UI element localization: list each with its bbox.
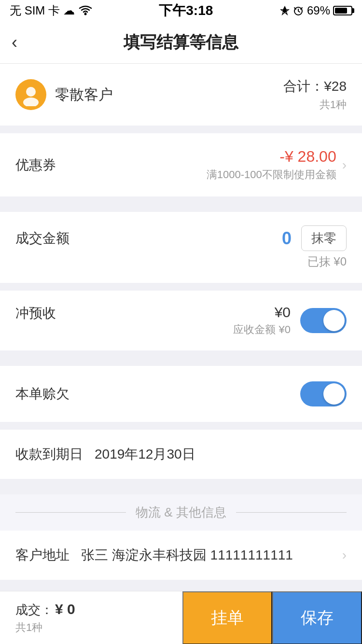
battery-percent: 69% xyxy=(307,4,330,17)
debt-label: 本单赊欠 xyxy=(15,385,70,403)
amount-label: 成交金额 xyxy=(15,229,70,248)
spacer-1 xyxy=(0,204,362,212)
location-icon xyxy=(280,6,290,15)
customer-section: 零散客户 合计：¥28 共1种 xyxy=(0,64,362,126)
bottom-deal-label: 成交： xyxy=(15,602,53,618)
total-count: 共1种 xyxy=(283,98,347,112)
bottom-info: 成交： ¥ 0 共1种 xyxy=(0,601,182,635)
amount-row-bottom: 已抹 ¥0 xyxy=(0,251,362,283)
coupon-desc: 满1000-100不限制使用金额 xyxy=(207,168,336,182)
customer-left: 零散客户 xyxy=(15,79,113,110)
toggle-knob xyxy=(323,310,345,331)
customer-name: 零散客户 xyxy=(55,85,113,105)
total-amount: 合计：¥28 xyxy=(283,77,347,96)
status-right: 69% xyxy=(280,4,352,17)
prepay-section: 冲预收 ¥0 应收金额 ¥0 xyxy=(0,291,362,350)
prepay-label: 冲预收 xyxy=(15,304,56,322)
content: 零散客户 合计：¥28 共1种 优惠券 -¥ 28.00 满1000-100不限… xyxy=(0,64,362,644)
bottom-bar: 成交： ¥ 0 共1种 挂单 保存 xyxy=(0,591,362,644)
save-button[interactable]: 保存 xyxy=(272,591,362,644)
back-button[interactable]: ‹ xyxy=(12,32,17,53)
status-left: 无 SIM 卡 ☁ xyxy=(10,3,92,18)
already-rounded: 已抹 ¥0 xyxy=(307,254,347,269)
address-chevron: › xyxy=(342,547,347,563)
duedate-section: 收款到期日 2019年12月30日 xyxy=(0,430,362,479)
coupon-label: 优惠券 xyxy=(15,156,56,174)
logistics-divider-left xyxy=(15,512,126,513)
wifi-icon xyxy=(79,5,92,16)
amount-row: 成交金额 0 抹零 xyxy=(0,212,362,251)
svg-point-2 xyxy=(26,87,36,97)
address-row[interactable]: 客户地址 张三 海淀永丰科技园 11111111111 › xyxy=(0,531,362,580)
debt-section: 本单赊欠 xyxy=(0,366,362,422)
coupon-value: -¥ 28.00 xyxy=(207,148,336,166)
debt-row: 本单赊欠 xyxy=(0,366,362,422)
address-content: 张三 海淀永丰科技园 11111111111 xyxy=(81,546,342,564)
svg-point-0 xyxy=(84,13,86,15)
page-title: 填写结算等信息 xyxy=(124,31,238,54)
sim-label: 无 SIM 卡 ☁ xyxy=(10,3,75,18)
coupon-row[interactable]: 优惠券 -¥ 28.00 满1000-100不限制使用金额 › xyxy=(0,133,362,196)
prepay-main-value: ¥0 xyxy=(233,304,291,321)
round-button[interactable]: 抹零 xyxy=(301,225,347,251)
duedate-label: 收款到期日 xyxy=(15,445,83,463)
debt-toggle-knob xyxy=(323,383,345,405)
battery-icon xyxy=(333,6,352,15)
prepay-amounts: ¥0 应收金额 ¥0 xyxy=(233,304,291,337)
debt-toggle[interactable] xyxy=(300,381,347,406)
coupon-section: 优惠券 -¥ 28.00 满1000-100不限制使用金额 › xyxy=(0,133,362,196)
address-section: 客户地址 张三 海淀永丰科技园 11111111111 › xyxy=(0,531,362,580)
customer-right: 合计：¥28 共1种 xyxy=(283,77,347,112)
address-label: 客户地址 xyxy=(15,546,70,564)
spacer-3 xyxy=(0,487,362,494)
alarm-icon xyxy=(292,5,304,16)
coupon-chevron: › xyxy=(342,157,347,173)
amount-input[interactable]: 0 xyxy=(263,228,292,249)
logistics-header: 物流 & 其他信息 xyxy=(0,494,362,531)
logistics-label: 物流 & 其他信息 xyxy=(136,504,226,521)
customer-avatar xyxy=(15,79,46,110)
bottom-deal-amount: ¥ 0 xyxy=(55,601,75,617)
prepay-sub-value: 应收金额 ¥0 xyxy=(233,322,291,337)
pending-button[interactable]: 挂单 xyxy=(182,591,272,644)
bottom-count: 共1种 xyxy=(15,620,167,635)
spacer-2 xyxy=(0,358,362,366)
amount-section: 成交金额 0 抹零 已抹 ¥0 xyxy=(0,212,362,283)
nav-bar: ‹ 填写结算等信息 xyxy=(0,21,362,64)
logistics-divider-right xyxy=(236,512,347,513)
duedate-row[interactable]: 收款到期日 2019年12月30日 xyxy=(0,430,362,479)
coupon-right: -¥ 28.00 满1000-100不限制使用金额 › xyxy=(207,148,347,182)
status-bar: 无 SIM 卡 ☁ 下午3:18 69% xyxy=(0,0,362,21)
duedate-value: 2019年12月30日 xyxy=(95,445,195,463)
svg-point-3 xyxy=(23,98,39,106)
status-time: 下午3:18 xyxy=(159,1,213,20)
prepay-toggle[interactable] xyxy=(300,308,347,333)
